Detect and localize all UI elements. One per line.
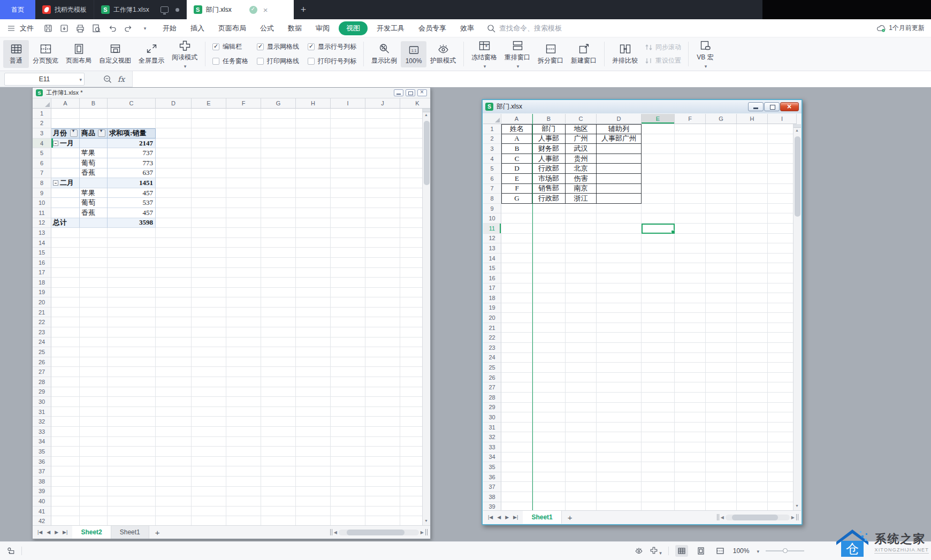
cell-A14[interactable] — [501, 254, 532, 264]
cell-B29[interactable] — [80, 387, 108, 397]
cell-D5[interactable] — [156, 148, 192, 158]
cell-D6[interactable] — [156, 158, 192, 168]
cell-G27[interactable] — [261, 367, 296, 377]
cell-G42[interactable] — [261, 516, 296, 525]
cell-B10[interactable] — [532, 213, 566, 224]
cell-I8[interactable] — [331, 178, 365, 188]
cell-B16[interactable] — [532, 273, 566, 283]
cell-E34[interactable] — [642, 452, 675, 463]
cell-F6[interactable] — [226, 158, 261, 168]
cell-I13[interactable] — [768, 243, 797, 254]
cell-F17[interactable] — [226, 268, 261, 278]
cell-F37[interactable] — [675, 482, 706, 492]
page-break-toggle[interactable] — [714, 545, 727, 557]
cell-E28[interactable] — [642, 393, 675, 403]
cell-H34[interactable] — [296, 437, 331, 447]
cell-A36[interactable] — [51, 457, 80, 467]
cell-B29[interactable] — [532, 403, 566, 413]
column-header-A[interactable]: A — [501, 114, 532, 124]
cell-C4[interactable]: 贵州 — [566, 154, 597, 164]
cell-F42[interactable] — [226, 516, 261, 525]
cell-G23[interactable] — [706, 343, 737, 353]
insert-function-button[interactable]: fx — [118, 75, 125, 83]
cell-B14[interactable] — [80, 238, 108, 248]
cell-F19[interactable] — [226, 288, 261, 298]
cell-I33[interactable] — [331, 427, 365, 437]
cell-H28[interactable] — [737, 393, 768, 403]
cell-C10[interactable] — [566, 213, 597, 224]
cell-G28[interactable] — [261, 377, 296, 387]
cell-C3[interactable]: 求和项:销量 — [108, 128, 156, 139]
cell-F2[interactable] — [675, 134, 706, 144]
cell-A22[interactable] — [51, 317, 80, 327]
row-header-29[interactable]: 29 — [33, 387, 51, 397]
scroll-right-icon[interactable]: ▶ — [421, 530, 424, 535]
cell-H41[interactable] — [296, 507, 331, 517]
normal-view-toggle[interactable] — [675, 545, 688, 557]
export-button[interactable] — [57, 22, 71, 35]
cell-H9[interactable] — [737, 204, 768, 214]
next-sheet-icon[interactable]: ▶ — [503, 515, 510, 520]
cell-F33[interactable] — [226, 427, 261, 437]
cell-D39[interactable] — [156, 487, 192, 497]
cell-A29[interactable] — [501, 403, 532, 413]
print-preview-button[interactable] — [89, 22, 103, 35]
cell-G3[interactable] — [706, 144, 737, 154]
cell-A33[interactable] — [51, 427, 80, 437]
cell-D12[interactable] — [156, 218, 192, 228]
split-handle[interactable] — [717, 514, 719, 520]
cell-B36[interactable] — [80, 457, 108, 467]
cell-J21[interactable] — [365, 308, 400, 318]
cell-A17[interactable] — [501, 283, 532, 294]
cell-H29[interactable] — [296, 387, 331, 397]
cell-C9[interactable] — [566, 204, 597, 214]
cell-E6[interactable] — [192, 158, 226, 168]
cell-F10[interactable] — [675, 213, 706, 224]
cell-I30[interactable] — [331, 397, 365, 407]
cell-E29[interactable] — [642, 403, 675, 413]
cell-F8[interactable] — [226, 178, 261, 188]
cell-G24[interactable] — [706, 353, 737, 363]
cell-A9[interactable] — [51, 188, 80, 198]
cell-J10[interactable] — [365, 198, 400, 208]
cell-I9[interactable] — [768, 204, 797, 214]
cell-F38[interactable] — [675, 492, 706, 502]
cell-D34[interactable] — [597, 452, 642, 463]
row-header-24[interactable]: 24 — [33, 337, 51, 348]
cell-F21[interactable] — [675, 323, 706, 333]
column-header-C[interactable]: C — [566, 114, 597, 124]
cell-F37[interactable] — [226, 466, 261, 477]
row-header-3[interactable]: 3 — [483, 144, 501, 154]
cell-H8[interactable] — [296, 178, 331, 188]
cell-B21[interactable] — [80, 308, 108, 318]
cell-B11[interactable]: 香蕉 — [80, 208, 108, 218]
row-header-22[interactable]: 22 — [33, 317, 51, 327]
cell-A16[interactable] — [51, 258, 80, 268]
cell-B8[interactable]: 行政部 — [532, 194, 566, 204]
cell-E23[interactable] — [642, 343, 675, 353]
cell-I7[interactable] — [768, 184, 797, 194]
cell-G12[interactable] — [706, 234, 737, 244]
cell-B2[interactable]: 人事部 — [532, 134, 566, 144]
new-window-button[interactable]: 新建窗口 — [567, 40, 600, 68]
cell-I6[interactable] — [768, 174, 797, 184]
cell-D15[interactable] — [156, 248, 192, 258]
row-header-36[interactable]: 36 — [33, 457, 51, 467]
cell-C22[interactable] — [108, 317, 156, 327]
collapse-icon[interactable] — [53, 141, 58, 146]
cell-D37[interactable] — [156, 466, 192, 477]
cell-B20[interactable] — [532, 313, 566, 323]
column-header-H[interactable]: H — [296, 98, 331, 109]
cell-G30[interactable] — [261, 397, 296, 407]
cell-B9[interactable]: 苹果 — [80, 188, 108, 198]
row-header-35[interactable]: 35 — [483, 462, 501, 472]
cell-H1[interactable] — [296, 109, 331, 119]
cell-A38[interactable] — [51, 477, 80, 487]
cell-E26[interactable] — [642, 373, 675, 383]
cell-D7[interactable] — [597, 184, 642, 194]
cell-A12[interactable] — [501, 234, 532, 244]
cell-J31[interactable] — [365, 407, 400, 417]
cell-A6[interactable]: E — [501, 174, 532, 184]
scroll-left-icon[interactable]: ◀ — [334, 530, 337, 535]
cell-C15[interactable] — [108, 248, 156, 258]
